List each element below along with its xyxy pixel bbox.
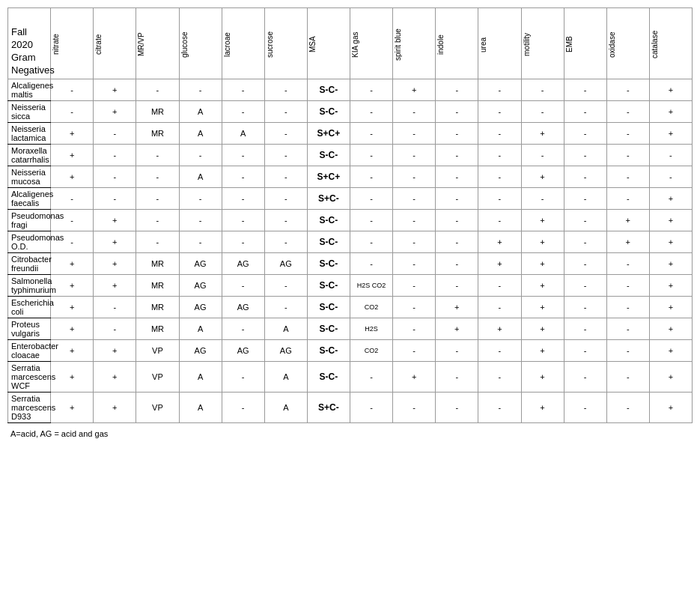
cell-value: - [94, 297, 136, 318]
cell-value: AG [179, 253, 222, 275]
cell-value: A [264, 318, 307, 340]
cell-value: - [264, 101, 307, 123]
cell-value: - [606, 393, 649, 423]
cell-value: - [222, 188, 264, 210]
cell-value: + [51, 362, 94, 393]
cell-value: MR [136, 297, 179, 318]
cell-value: + [521, 210, 564, 231]
cell-value: - [521, 188, 564, 210]
cell-value: - [564, 188, 606, 210]
table-row: Salmonella typhimurium++MRAG--S-C-H2S CO… [8, 275, 693, 297]
cell-value: - [521, 145, 564, 166]
cell-value: - [606, 145, 649, 166]
table-row: Escherichia coli+-MRAGAG-S-C-CO2-+-+--+ [8, 297, 693, 318]
table-row: Alcaligenes faecalis------S+C--------+ [8, 188, 693, 210]
cell-value: AG [179, 297, 222, 318]
cell-value: A [179, 393, 222, 423]
cell-value: + [649, 297, 692, 318]
cell-value: - [350, 231, 393, 253]
cell-value: - [478, 210, 521, 231]
cell-value: - [436, 275, 478, 297]
cell-value: + [436, 318, 478, 340]
cell-value: - [478, 79, 521, 101]
cell-value: - [264, 231, 307, 253]
cell-value: H2S [350, 318, 393, 340]
cell-value: + [51, 393, 94, 423]
cell-value: + [521, 231, 564, 253]
cell-value: - [51, 101, 94, 123]
cell-value: - [222, 393, 264, 423]
cell-value: AG [179, 275, 222, 297]
cell-value: A [264, 393, 307, 423]
cell-value: - [264, 166, 307, 188]
cell-value: + [393, 362, 436, 393]
cell-value: - [564, 393, 606, 423]
cell-value: - [222, 231, 264, 253]
organism-name: Neisseria lactamica [8, 123, 51, 145]
cell-value: S-C- [307, 297, 350, 318]
cell-value: MR [136, 275, 179, 297]
cell-value: A [179, 318, 222, 340]
cell-value: - [478, 188, 521, 210]
table-row: Neisseria sicca-+MRA--S-C--------+ [8, 101, 693, 123]
cell-value: - [393, 210, 436, 231]
cell-value: - [436, 188, 478, 210]
cell-value: + [521, 393, 564, 423]
cell-value: S-C- [307, 145, 350, 166]
cell-value: - [350, 166, 393, 188]
cell-value: - [136, 188, 179, 210]
cell-value: - [478, 275, 521, 297]
cell-value: - [478, 393, 521, 423]
cell-value: - [94, 123, 136, 145]
cell-value: - [179, 79, 222, 101]
col-header-glucose: glucose [179, 8, 222, 79]
cell-value: - [350, 79, 393, 101]
cell-value: - [136, 210, 179, 231]
cell-value: - [350, 123, 393, 145]
cell-value: A [222, 123, 264, 145]
cell-value: - [649, 166, 692, 188]
cell-value: + [649, 362, 692, 393]
cell-value: + [51, 145, 94, 166]
cell-value: S-C- [307, 275, 350, 297]
cell-value: - [436, 166, 478, 188]
cell-value: - [436, 79, 478, 101]
cell-value: - [94, 166, 136, 188]
cell-value: - [606, 123, 649, 145]
cell-value: + [51, 297, 94, 318]
cell-value: CO2 [350, 297, 393, 318]
cell-value: - [436, 253, 478, 275]
cell-value: - [393, 340, 436, 362]
cell-value: - [222, 101, 264, 123]
cell-value: A [179, 101, 222, 123]
cell-value: + [94, 253, 136, 275]
cell-value: + [478, 231, 521, 253]
cell-value: - [222, 145, 264, 166]
cell-value: - [606, 318, 649, 340]
cell-value: - [222, 275, 264, 297]
cell-value: - [606, 275, 649, 297]
cell-value: - [136, 166, 179, 188]
cell-value: MR [136, 253, 179, 275]
table-row: Enterobacter cloacae++VPAGAGAGS-C-CO2---… [8, 340, 693, 362]
cell-value: + [521, 275, 564, 297]
cell-value: - [350, 188, 393, 210]
cell-value: - [564, 362, 606, 393]
cell-value: - [606, 166, 649, 188]
table-row: Serratia marcescens D933++VPA-AS+C-----+… [8, 393, 693, 423]
cell-value: - [478, 101, 521, 123]
cell-value: - [264, 297, 307, 318]
cell-value: + [94, 393, 136, 423]
cell-value: + [51, 275, 94, 297]
cell-value: - [564, 101, 606, 123]
cell-value: - [393, 123, 436, 145]
cell-value: - [606, 253, 649, 275]
cell-value: - [436, 101, 478, 123]
cell-value: - [478, 166, 521, 188]
cell-value: - [649, 145, 692, 166]
cell-value: + [436, 297, 478, 318]
cell-value: + [649, 210, 692, 231]
cell-value: AG [264, 253, 307, 275]
cell-value: VP [136, 340, 179, 362]
cell-value: + [478, 253, 521, 275]
